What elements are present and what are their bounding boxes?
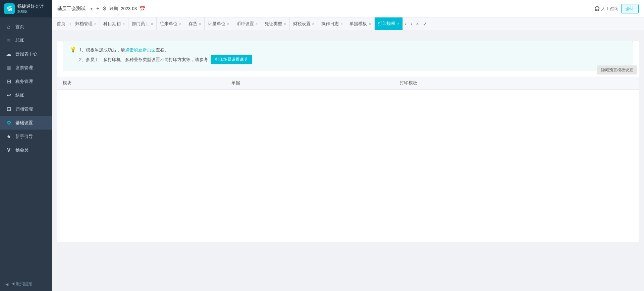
sidebar-item-tax[interactable]: ⊞ 税务管理 (0, 75, 52, 88)
content-inner: 💡 1、模板添加成功后，请 点击刷新新页面 查看。 2、多员工、多打印机、多种业… (57, 41, 639, 242)
company-dropdown-icon[interactable]: ▼ (90, 6, 94, 11)
reports-icon: ☁ (5, 51, 12, 57)
sidebar-nav: ⌂ 首页 ≡ 总账 ☁ 云报表中心 ≣ 发票管理 ⊞ 税务管理 ↩ 结账 ⊟ 归… (0, 17, 52, 277)
tab-oplog[interactable]: 操作日志 × (318, 17, 346, 30)
tab-subject[interactable]: 科目期初 × (100, 17, 128, 30)
print-guide-button[interactable]: 打印场景设置说明 (211, 55, 252, 64)
ledger-icon: ≡ (5, 37, 12, 43)
close-period-icon: ↩ (5, 92, 12, 98)
tab-currency[interactable]: 币种设置 × (233, 17, 261, 30)
sidebar-label-newbie: 新手引导 (15, 134, 33, 140)
tab-unit[interactable]: 计量单位 × (205, 17, 233, 30)
sidebar-item-vip[interactable]: V 畅会员 (0, 143, 52, 157)
content-area: 隐藏预置模板设置 💡 1、模板添加成功后，请 点击刷新新页面 查看。 2、多员工… (52, 30, 644, 291)
sidebar-pin-toggle[interactable]: ◀ ◀ 取消固定 (0, 277, 52, 291)
calendar-icon[interactable]: 📅 (140, 6, 145, 11)
tab-separator: ‹ (69, 21, 72, 26)
notice-line1-suffix: 查看。 (156, 46, 169, 54)
tab-oplog-close[interactable]: × (340, 22, 342, 26)
tab-printtemplate-label: 打印模板 (378, 20, 395, 27)
tab-prev-icon[interactable]: ‹ (403, 21, 409, 27)
tab-singledoc[interactable]: 单据模板 × (346, 17, 374, 30)
app-version: 旗舰版 (17, 9, 44, 14)
help-label: 人工咨询 (601, 6, 619, 12)
tab-archive[interactable]: 归档管理 × (72, 17, 100, 30)
accounting-button[interactable]: 会计 (621, 4, 639, 13)
topbar-right: 🎧 人工咨询 会计 (594, 4, 639, 13)
tab-partner-close[interactable]: × (179, 22, 181, 26)
sidebar-label-home: 首页 (15, 24, 24, 30)
sidebar-item-ledger[interactable]: ≡ 总账 (0, 34, 52, 47)
tab-dept[interactable]: 部门员工 × (128, 17, 157, 30)
tabbar: 首页 ‹ 归档管理 × 科目期初 × 部门员工 × 往来单位 × 存货 × 计量… (52, 17, 644, 30)
sidebar-item-home[interactable]: ⌂ 首页 (0, 20, 52, 34)
tab-unit-close[interactable]: × (227, 22, 229, 26)
notice-refresh-link[interactable]: 点击刷新新页面 (125, 47, 156, 53)
tab-dept-label: 部门员工 (132, 21, 149, 27)
headset-icon: 🎧 (594, 6, 600, 11)
tab-taxsettings[interactable]: 财税设置 × (290, 17, 318, 30)
tax-icon: ⊞ (5, 78, 12, 85)
tab-voucher-close[interactable]: × (284, 22, 286, 26)
tab-voucher-label: 凭证类型 (265, 21, 282, 27)
settings-gear-icon[interactable]: ⚙ (102, 5, 107, 12)
tab-home[interactable]: 首页 (53, 17, 69, 30)
help-button[interactable]: 🎧 人工咨询 (594, 6, 619, 12)
tab-voucher[interactable]: 凭证类型 × (261, 17, 289, 30)
tab-printtemplate[interactable]: 打印模板 × (375, 17, 403, 30)
sidebar-item-reports[interactable]: ☁ 云报表中心 (0, 47, 52, 61)
tab-singledoc-label: 单据模板 (350, 21, 367, 27)
tab-stock[interactable]: 存货 × (185, 17, 205, 30)
tab-taxsettings-close[interactable]: × (312, 22, 314, 26)
sidebar-item-close[interactable]: ↩ 结账 (0, 88, 52, 102)
col-doc: 单据 (226, 77, 395, 90)
tab-currency-close[interactable]: × (256, 22, 258, 26)
tab-archive-label: 归档管理 (75, 21, 93, 27)
tab-stock-close[interactable]: × (199, 22, 201, 26)
tab-subject-label: 科目期初 (103, 21, 121, 27)
tab-oplog-label: 操作日志 (321, 21, 339, 27)
tab-close-all-icon[interactable]: × (414, 21, 421, 27)
sidebar-item-settings[interactable]: ✿ 基础设置 (0, 116, 52, 130)
add-tab-icon[interactable]: + (96, 6, 99, 12)
sidebar-item-invoice[interactable]: ≣ 发票管理 (0, 61, 52, 75)
invoice-icon: ≣ (5, 64, 12, 71)
sidebar-label-ledger: 总账 (15, 37, 24, 43)
tab-subject-close[interactable]: × (122, 22, 124, 26)
newbie-icon: ★ (5, 133, 12, 140)
topbar-left: 基层工会测试 ▼ + ⚙ 账期 2023-03 📅 (57, 5, 145, 12)
tab-singledoc-close[interactable]: × (369, 22, 371, 26)
main-area: 基层工会测试 ▼ + ⚙ 账期 2023-03 📅 🎧 人工咨询 会计 首页 ‹… (52, 0, 644, 291)
tab-partner-label: 往来单位 (160, 21, 177, 27)
sidebar-item-newbie[interactable]: ★ 新手引导 (0, 130, 52, 143)
sidebar-label-vip: 畅会员 (15, 147, 29, 153)
period-label: 账期 (109, 6, 118, 12)
tab-printtemplate-close[interactable]: × (397, 21, 399, 26)
tab-partner[interactable]: 往来单位 × (157, 17, 185, 30)
sidebar-label-invoice: 发票管理 (15, 65, 33, 71)
tab-next-icon[interactable]: › (409, 21, 414, 27)
sidebar-label-settings: 基础设置 (15, 120, 33, 126)
bulb-icon: 💡 (70, 46, 76, 53)
topbar: 基层工会测试 ▼ + ⚙ 账期 2023-03 📅 🎧 人工咨询 会计 (52, 0, 644, 17)
tab-expand-icon[interactable]: ⤢ (421, 21, 429, 27)
notice-row-1: 💡 1、模板添加成功后，请 点击刷新新页面 查看。 2、多员工、多打印机、多种业… (70, 46, 626, 64)
pin-icon: ◀ (5, 282, 8, 287)
home-icon: ⌂ (5, 24, 12, 30)
notice-line2-prefix: 2、多员工、多打印机、多种业务类型设置不同打印方案等，请参考 (79, 56, 208, 63)
tab-dept-close[interactable]: × (151, 22, 153, 26)
archive-icon: ⊟ (5, 106, 12, 112)
table-header-row: 模块 单据 打印模板 (57, 77, 639, 90)
tab-unit-label: 计量单位 (208, 21, 225, 27)
col-template: 打印模板 (394, 77, 639, 90)
vip-icon: V (5, 147, 12, 153)
sidebar: 畅 畅捷通好会计 旗舰版 ⌂ 首页 ≡ 总账 ☁ 云报表中心 ≣ 发票管理 ⊞ … (0, 0, 52, 291)
company-name: 基层工会测试 (57, 6, 86, 12)
notice-line1-prefix: 1、模板添加成功后，请 (79, 46, 125, 54)
hide-preview-button[interactable]: 隐藏预置模板设置 (597, 65, 637, 75)
tab-currency-label: 币种设置 (236, 21, 254, 27)
settings-icon: ✿ (5, 119, 12, 126)
sidebar-item-archive[interactable]: ⊟ 归档管理 (0, 102, 52, 116)
col-module: 模块 (57, 77, 226, 90)
tab-archive-close[interactable]: × (94, 22, 96, 26)
